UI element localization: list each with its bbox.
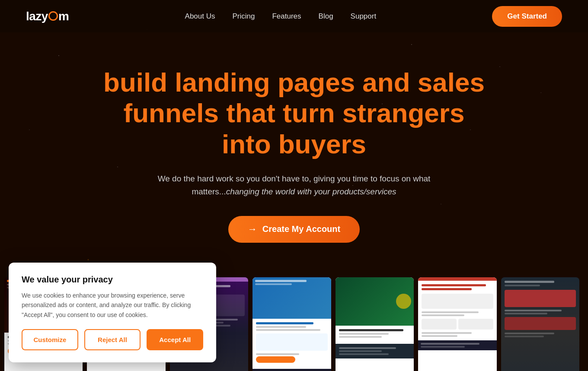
accept-all-button[interactable]: Accept All <box>147 329 203 350</box>
logo[interactable]: lazym <box>26 10 69 23</box>
thumbnail-7[interactable] <box>501 277 579 371</box>
logo-o-icon <box>48 11 58 21</box>
hero-section: build landing pages and sales funnels th… <box>0 32 588 264</box>
cookie-body: We use cookies to enhance your browsing … <box>22 291 203 320</box>
thumbnail-6[interactable] <box>418 277 496 371</box>
nav-links: About Us Pricing Features Blog Support <box>185 12 377 21</box>
customize-button[interactable]: Customize <box>22 329 78 350</box>
hero-title: build landing pages and sales funnels th… <box>99 67 489 159</box>
create-account-button[interactable]: → Create My Account <box>228 216 360 243</box>
hero-subtitle: We do the hard work so you don't have to… <box>125 172 463 199</box>
arrow-icon: → <box>248 224 257 235</box>
cookie-title: We value your privacy <box>22 275 203 285</box>
nav-about[interactable]: About Us <box>185 12 215 21</box>
hero-subtitle-italic: changing the world with your products/se… <box>226 187 396 196</box>
thumbnail-5[interactable] <box>336 277 414 371</box>
cta-label: Create My Account <box>262 224 340 234</box>
navbar: lazym About Us Pricing Features Blog Sup… <box>0 0 588 32</box>
thumbnail-4[interactable] <box>252 277 331 371</box>
get-started-button[interactable]: Get Started <box>492 6 562 27</box>
logo-text: lazym <box>26 10 69 23</box>
nav-support[interactable]: Support <box>351 12 377 21</box>
nav-pricing[interactable]: Pricing <box>233 12 255 21</box>
nav-features[interactable]: Features <box>272 12 301 21</box>
cookie-buttons: Customize Reject All Accept All <box>22 329 203 350</box>
nav-blog[interactable]: Blog <box>319 12 333 21</box>
cookie-banner: We value your privacy We use cookies to … <box>9 263 216 362</box>
reject-all-button[interactable]: Reject All <box>84 329 141 350</box>
